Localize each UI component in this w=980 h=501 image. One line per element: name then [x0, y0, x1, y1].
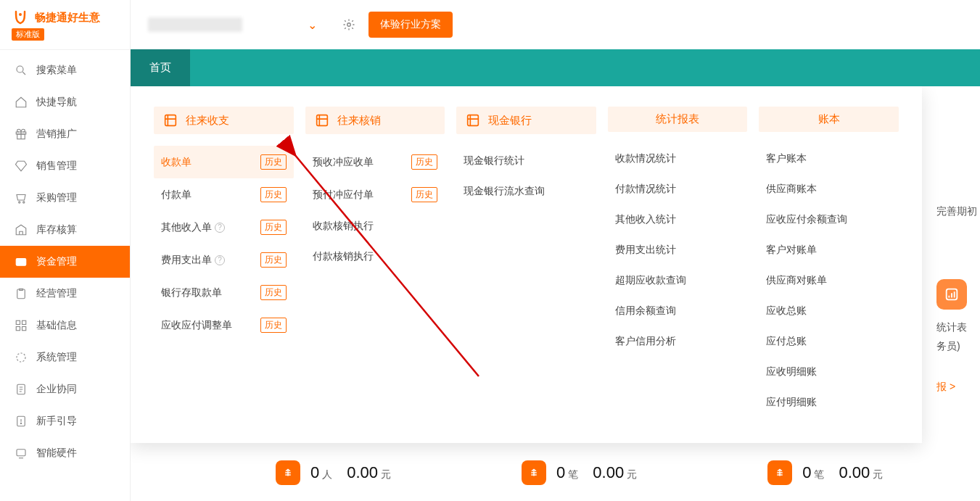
- sidebar-item-label: 采购管理: [36, 191, 77, 204]
- mega-item-label: 其他收入统计: [615, 213, 676, 226]
- history-tag[interactable]: 历史: [260, 220, 287, 235]
- mega-item-0-1[interactable]: 付款单历史: [154, 178, 294, 211]
- wallet-icon: [15, 255, 28, 268]
- history-tag[interactable]: 历史: [260, 154, 287, 170]
- sidebar-item-4[interactable]: 采购管理: [0, 182, 130, 214]
- mega-item-3-0[interactable]: 收款情况统计: [608, 144, 748, 174]
- mega-item-label: 收款核销执行: [313, 220, 374, 233]
- mega-item-1-0[interactable]: 预收冲应收单历史: [305, 146, 445, 178]
- tab-bar: 首页: [131, 49, 980, 86]
- sidebar-item-8[interactable]: 基础信息: [0, 310, 130, 341]
- mega-item-3-5[interactable]: 信用余额查询: [608, 296, 748, 326]
- sidebar-item-11[interactable]: 新手引导: [0, 405, 130, 437]
- history-tag[interactable]: 历史: [260, 285, 287, 300]
- mega-item-label: 费用支出单?: [161, 254, 225, 267]
- mega-item-3-6[interactable]: 客户信用分析: [608, 326, 748, 357]
- mega-item-label: 超期应收款查询: [615, 274, 686, 287]
- sidebar-nav: 搜索菜单快捷导航营销推广销售管理采购管理库存核算资金管理经营管理基础信息系统管理…: [0, 50, 130, 501]
- stat-block-0: 0人0.00元: [276, 460, 391, 485]
- mega-item-label: 应付总账: [766, 335, 807, 348]
- sidebar-item-label: 基础信息: [36, 319, 77, 332]
- brand-edition-badge: 标准版: [12, 28, 44, 41]
- sidebar-item-label: 新手引导: [36, 415, 77, 428]
- sidebar-item-0[interactable]: 搜索菜单: [0, 54, 130, 86]
- sidebar-item-7[interactable]: 经营管理: [0, 278, 130, 310]
- grid-icon: [15, 319, 28, 332]
- mega-item-label: 收款情况统计: [615, 152, 676, 165]
- help-icon[interactable]: ?: [215, 223, 225, 233]
- sidebar-item-9[interactable]: 系统管理: [0, 341, 130, 373]
- mega-item-label: 应收明细账: [766, 365, 817, 378]
- svg-rect-12: [22, 327, 26, 331]
- svg-rect-17: [17, 450, 25, 456]
- mega-column-header: 往来收支: [154, 107, 294, 134]
- history-tag[interactable]: 历史: [260, 318, 287, 333]
- mega-column-0: 往来收支收款单历史付款单历史其他收入单?历史费用支出单?历史银行存取款单历史应收…: [154, 107, 294, 418]
- mega-item-label: 现金银行统计: [464, 154, 524, 167]
- help-icon[interactable]: ?: [215, 255, 225, 265]
- settings-button[interactable]: [338, 14, 360, 36]
- mega-item-0-5[interactable]: 应收应付调整单历史: [154, 309, 294, 341]
- mega-item-label: 预付冲应付单: [313, 189, 374, 202]
- sidebar-item-label: 库存核算: [36, 223, 77, 236]
- mega-item-3-2[interactable]: 其他收入统计: [608, 204, 748, 235]
- sidebar-item-3[interactable]: 销售管理: [0, 150, 130, 182]
- mega-item-4-6[interactable]: 应付总账: [759, 326, 899, 357]
- mega-item-4-1[interactable]: 供应商账本: [759, 174, 899, 204]
- mega-item-4-4[interactable]: 供应商对账单: [759, 265, 899, 296]
- mega-item-4-0[interactable]: 客户账本: [759, 144, 899, 174]
- report-link-peek[interactable]: 报 >: [929, 378, 980, 397]
- mega-item-2-1[interactable]: 现金银行流水查询: [456, 176, 596, 207]
- sidebar-item-12[interactable]: 智能硬件: [0, 437, 130, 469]
- mega-item-0-4[interactable]: 银行存取款单历史: [154, 276, 294, 309]
- history-tag[interactable]: 历史: [411, 187, 437, 202]
- mega-item-1-3[interactable]: 付款核销执行: [305, 241, 445, 272]
- sidebar-item-5[interactable]: 库存核算: [0, 214, 130, 246]
- mega-item-0-3[interactable]: 费用支出单?历史: [154, 244, 294, 276]
- history-tag[interactable]: 历史: [260, 252, 287, 268]
- sidebar-item-1[interactable]: 快捷导航: [0, 86, 130, 118]
- mega-item-2-0[interactable]: 现金银行统计: [456, 146, 596, 176]
- industry-solution-button[interactable]: 体验行业方案: [368, 12, 453, 38]
- sidebar-item-label: 营销推广: [36, 128, 77, 141]
- mega-item-3-4[interactable]: 超期应收款查询: [608, 265, 748, 296]
- mega-item-label: 费用支出统计: [615, 244, 676, 257]
- mega-item-1-2[interactable]: 收款核销执行: [305, 211, 445, 241]
- sidebar-item-2[interactable]: 营销推广: [0, 118, 130, 150]
- stats-badge-icon: [936, 279, 967, 310]
- mega-item-4-5[interactable]: 应收总账: [759, 296, 899, 326]
- mega-item-1-1[interactable]: 预付冲应付单历史: [305, 178, 445, 211]
- tab-0[interactable]: 首页: [131, 49, 190, 86]
- history-tag[interactable]: 历史: [411, 154, 437, 170]
- svg-rect-21: [468, 115, 479, 126]
- mega-item-label: 付款单: [161, 189, 192, 202]
- home-icon: [15, 96, 28, 109]
- mega-item-label: 应收应付调整单: [161, 319, 232, 332]
- mega-column-2: 现金银行现金银行统计现金银行流水查询: [456, 107, 596, 418]
- warehouse-icon: [15, 223, 28, 236]
- mega-item-label: 其他收入单?: [161, 221, 225, 234]
- mega-item-3-1[interactable]: 付款情况统计: [608, 174, 748, 204]
- company-selector[interactable]: ⌄: [148, 17, 329, 32]
- sidebar-item-10[interactable]: 企业协同: [0, 373, 130, 405]
- mega-item-4-8[interactable]: 应付明细账: [759, 387, 899, 418]
- search-icon: [15, 64, 28, 77]
- history-tag[interactable]: 历史: [260, 187, 287, 202]
- mega-item-0-0[interactable]: 收款单历史: [154, 146, 294, 178]
- svg-point-18: [347, 23, 351, 27]
- mega-item-4-7[interactable]: 应收明细账: [759, 357, 899, 387]
- receipt-icon: [314, 112, 330, 128]
- mega-item-4-3[interactable]: 客户对账单: [759, 235, 899, 265]
- mega-item-3-3[interactable]: 费用支出统计: [608, 235, 748, 265]
- mega-column-header: 账本: [759, 107, 899, 132]
- mega-item-0-2[interactable]: 其他收入单?历史: [154, 211, 294, 244]
- svg-point-0: [19, 13, 22, 16]
- mega-item-4-2[interactable]: 应收应付余额查询: [759, 204, 899, 235]
- mega-column-1: 往来核销预收冲应收单历史预付冲应付单历史收款核销执行付款核销执行: [305, 107, 445, 418]
- mega-column-4: 账本客户账本供应商账本应收应付余额查询客户对账单供应商对账单应收总账应付总账应收…: [759, 107, 899, 418]
- money-icon: [767, 460, 792, 485]
- sidebar-item-label: 企业协同: [36, 383, 77, 396]
- receipt-icon: [162, 112, 178, 128]
- sidebar-item-6[interactable]: 资金管理: [0, 246, 130, 278]
- clipboard-icon: [15, 287, 28, 300]
